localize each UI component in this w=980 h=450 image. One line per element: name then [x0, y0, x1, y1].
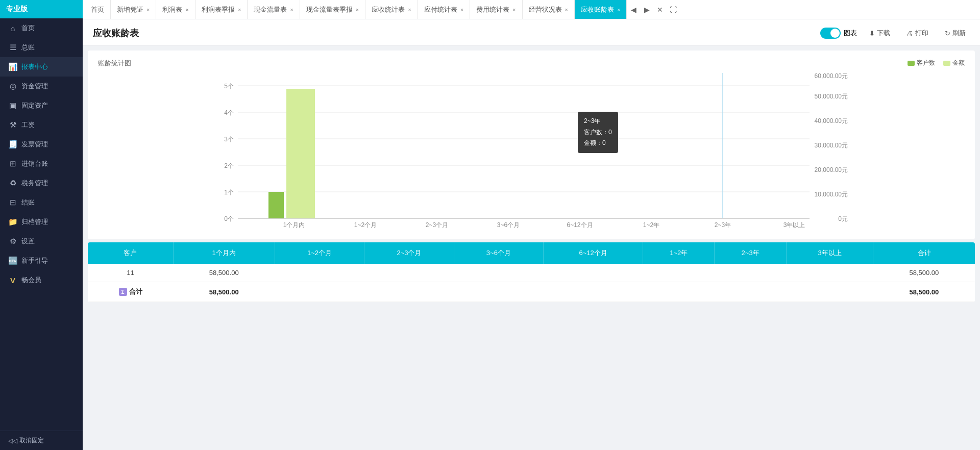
invoice-icon: 🧾: [8, 140, 17, 149]
chart-toggle-wrap: 图表: [820, 28, 857, 39]
legend-amount: 金额: [943, 59, 965, 67]
col-m36: 3~6个月: [454, 242, 543, 264]
tab-ar-aging[interactable]: 应收账龄表 ×: [575, 0, 627, 19]
sidebar-item-reports[interactable]: 📊 报表中心: [0, 57, 83, 77]
sidebar-item-invoice[interactable]: 🧾 发票管理: [0, 135, 83, 154]
tab-expense-stats[interactable]: 费用统计表 ×: [470, 0, 522, 19]
tab-close-all[interactable]: ✕: [653, 0, 667, 19]
app-logo: 专业版: [0, 0, 83, 18]
tab-voucher[interactable]: 新增凭证 ×: [111, 0, 156, 19]
sidebar-item-label: 归档管理: [21, 217, 48, 227]
svg-rect-21: [286, 89, 315, 218]
total-y23: [715, 282, 786, 302]
col-m1: 1个月内: [173, 242, 275, 264]
tab-close-profit[interactable]: ×: [185, 7, 188, 13]
sidebar-item-assets[interactable]: ▣ 固定资产: [0, 96, 83, 115]
sidebar-item-archive[interactable]: 📁 归档管理: [0, 212, 83, 232]
svg-text:2~3个月: 2~3个月: [426, 221, 448, 229]
tab-close-cashflow[interactable]: ×: [290, 7, 293, 13]
legend-amount-label: 金额: [952, 59, 965, 67]
tab-close-ar-stats[interactable]: ×: [408, 7, 411, 13]
svg-text:5个: 5个: [224, 83, 234, 90]
tab-close-ap-stats[interactable]: ×: [460, 7, 463, 13]
main-area: 首页 新增凭证 × 利润表 × 利润表季报 × 现金流量表 × 现金流量表季报 …: [83, 0, 980, 450]
total-m12: [275, 282, 364, 302]
tab-close-voucher[interactable]: ×: [146, 7, 150, 13]
cell-customer: 11: [88, 264, 173, 282]
legend-customers: 客户数: [908, 59, 935, 67]
guide-icon: 🆕: [8, 256, 17, 265]
page-content: 应收账龄表 图表 ⬇ 下载 🖨 打印 ↻ 刷新: [83, 19, 980, 450]
pin-toggle[interactable]: ◁◁ 取消固定: [0, 431, 83, 450]
refresh-button[interactable]: ↻ 刷新: [941, 27, 970, 40]
tab-close-operations[interactable]: ×: [565, 7, 568, 13]
svg-rect-20: [268, 192, 284, 218]
sidebar-item-funds[interactable]: ◎ 资金管理: [0, 77, 83, 96]
sidebar-item-vip[interactable]: V 畅会员: [0, 270, 83, 290]
tab-close-profit-quarter[interactable]: ×: [238, 7, 241, 13]
refresh-icon: ↻: [945, 30, 950, 37]
sidebar-item-label: 设置: [21, 237, 35, 246]
svg-text:0元: 0元: [838, 215, 848, 222]
sidebar-item-label: 发票管理: [21, 140, 48, 149]
sidebar-item-home[interactable]: ⌂ 首页: [0, 18, 83, 38]
total-label-text: 合计: [129, 287, 142, 296]
sidebar-item-label: 税务管理: [21, 179, 48, 188]
cell-y23: [715, 264, 786, 282]
sidebar-item-settings[interactable]: ⚙ 设置: [0, 232, 83, 251]
download-button[interactable]: ⬇ 下载: [865, 27, 894, 40]
table-section: 客户 1个月内 1~2个月 2~3个月 3~6个月 6~12个月 1~2年 2~…: [88, 242, 975, 302]
tab-scroll-left[interactable]: ◀: [627, 0, 640, 19]
cell-y3plus: [786, 264, 873, 282]
total-m612: [544, 282, 643, 302]
tax-icon: ♻: [8, 179, 17, 188]
tab-cashflow-quarter[interactable]: 现金流量表季报 ×: [300, 0, 365, 19]
chart-toggle[interactable]: [820, 28, 841, 39]
sidebar-item-salary[interactable]: ⚒ 工资: [0, 115, 83, 135]
sidebar-item-label: 结账: [21, 198, 35, 207]
sidebar-item-sales[interactable]: ⊞ 进销台账: [0, 154, 83, 173]
total-y12: [643, 282, 715, 302]
table-row: 11 58,500.00 58,500.00: [88, 264, 975, 282]
tab-profit-quarter[interactable]: 利润表季报 ×: [195, 0, 248, 19]
print-button[interactable]: 🖨 打印: [902, 27, 933, 40]
svg-text:1~2年: 1~2年: [643, 221, 659, 229]
total-icon: Σ: [119, 288, 127, 296]
sidebar-item-close[interactable]: ⊟ 结账: [0, 193, 83, 212]
col-m612: 6~12个月: [544, 242, 643, 264]
total-label-cell: Σ 合计: [88, 282, 173, 302]
aging-table: 客户 1个月内 1~2个月 2~3个月 3~6个月 6~12个月 1~2年 2~…: [88, 242, 975, 302]
tab-ap-stats[interactable]: 应付统计表 ×: [418, 0, 470, 19]
tab-cashflow[interactable]: 现金流量表 ×: [248, 0, 300, 19]
svg-text:2个: 2个: [224, 162, 234, 169]
page-header: 应收账龄表 图表 ⬇ 下载 🖨 打印 ↻ 刷新: [83, 19, 980, 45]
page-title: 应收账龄表: [93, 27, 139, 39]
tab-home[interactable]: 首页: [85, 0, 111, 19]
cell-total: 58,500.00: [873, 264, 975, 282]
col-y3plus: 3年以上: [786, 242, 873, 264]
svg-text:2~3年: 2~3年: [715, 221, 731, 229]
col-y12: 1~2年: [643, 242, 715, 264]
col-total: 合计: [873, 242, 975, 264]
sidebar-item-ledger[interactable]: ☰ 总账: [0, 38, 83, 57]
tab-operations[interactable]: 经营状况表 ×: [523, 0, 575, 19]
tab-maximize[interactable]: ⛶: [667, 0, 680, 19]
sidebar-item-label: 固定资产: [21, 101, 48, 110]
svg-text:6~12个月: 6~12个月: [567, 221, 593, 229]
svg-text:50,000.00元: 50,000.00元: [815, 93, 848, 100]
svg-text:1~2个月: 1~2个月: [354, 221, 377, 229]
tab-ar-stats[interactable]: 应收统计表 ×: [365, 0, 418, 19]
sidebar-item-guide[interactable]: 🆕 新手引导: [0, 251, 83, 270]
cell-y12: [643, 264, 715, 282]
tab-close-expense-stats[interactable]: ×: [512, 7, 516, 13]
sidebar-item-tax[interactable]: ♻ 税务管理: [0, 173, 83, 193]
tab-close-ar-aging[interactable]: ×: [617, 7, 620, 13]
tab-scroll-right[interactable]: ▶: [640, 0, 653, 19]
chart-section: 账龄统计图 客户数 金额 0个 1个 2个 3个 4个 5个: [88, 51, 975, 239]
table-header-row: 客户 1个月内 1~2个月 2~3个月 3~6个月 6~12个月 1~2年 2~…: [88, 242, 975, 264]
tab-close-cashflow-quarter[interactable]: ×: [356, 7, 359, 13]
svg-text:3~6个月: 3~6个月: [497, 221, 520, 229]
tab-profit[interactable]: 利润表 ×: [156, 0, 195, 19]
table-total-row: Σ 合计 58,500.00 58,500.00: [88, 282, 975, 302]
chart-title: 账龄统计图: [98, 59, 965, 68]
